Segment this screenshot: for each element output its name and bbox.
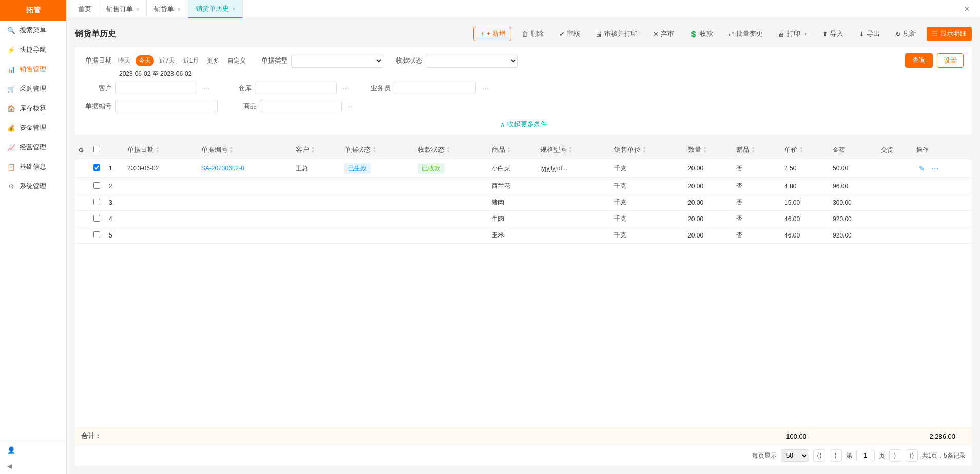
- cell-check-1[interactable]: [90, 178, 106, 194]
- th-doc-no[interactable]: 单据编号 ▲▼: [198, 141, 293, 159]
- edit-btn-0[interactable]: ✎: [916, 163, 928, 174]
- th-qty[interactable]: 数量 ▲▼: [685, 141, 733, 159]
- refresh-button[interactable]: ↻ 刷新: [890, 27, 921, 41]
- cell-check-2[interactable]: [90, 194, 106, 211]
- row-checkbox-2[interactable]: [93, 199, 100, 205]
- page-content: 销货单历史 ＋ + 新增 🗑 删除 ✔ 审核 🖨 审核并打印: [67, 18, 980, 474]
- docno-input[interactable]: [115, 100, 218, 112]
- sidebar-item-quick-nav[interactable]: ⚡ 快捷导航: [0, 40, 66, 60]
- row-checkbox-3[interactable]: [93, 215, 100, 222]
- table-wrapper[interactable]: ⚙ 单据日期 ▲▼: [75, 141, 972, 427]
- cell-check-3[interactable]: [90, 211, 106, 227]
- sidebar-item-finance-mgmt[interactable]: 💰 资金管理: [0, 118, 66, 137]
- sidebar-item-inventory-calc[interactable]: 🏠 库存核算: [0, 98, 66, 118]
- add-button[interactable]: ＋ + 新增: [473, 27, 511, 41]
- cell-goods-4: 玉米: [489, 227, 537, 244]
- salesperson-ellipsis-btn[interactable]: ···: [479, 83, 491, 93]
- page-input[interactable]: [856, 450, 875, 461]
- tab-sales-order-close[interactable]: ×: [136, 6, 139, 12]
- pay-status-select[interactable]: [426, 54, 518, 68]
- delete-button[interactable]: 🗑 删除: [516, 27, 549, 41]
- date-pill-today[interactable]: 今天: [136, 55, 154, 66]
- more-btn-0[interactable]: ⋯: [929, 163, 940, 174]
- table-gear-icon[interactable]: ⚙: [78, 146, 84, 154]
- tab-bar-close-btn[interactable]: ✕: [958, 5, 976, 13]
- cell-docno-0[interactable]: SA-20230602-0: [198, 159, 293, 178]
- salesperson-input[interactable]: [394, 82, 476, 94]
- footer-total-qty: 100.00: [771, 432, 812, 440]
- th-doc-status[interactable]: 单据状态 ▲▼: [341, 141, 415, 159]
- review-print-button[interactable]: 🖨 审核并打印: [590, 27, 643, 41]
- sidebar-item-basic-info[interactable]: 📋 基础信息: [0, 157, 66, 176]
- goods-input[interactable]: [260, 100, 342, 112]
- last-page-btn[interactable]: ⟩⟩: [906, 449, 918, 462]
- customer-ellipsis-btn[interactable]: ···: [200, 83, 213, 93]
- cell-check-0[interactable]: [90, 159, 106, 178]
- cell-docno-1[interactable]: [198, 178, 293, 194]
- tab-sales-history-close[interactable]: ×: [232, 6, 235, 12]
- row-checkbox-1[interactable]: [93, 182, 100, 189]
- date-pill-1month[interactable]: 近1月: [180, 55, 202, 66]
- cell-docno-4[interactable]: [198, 227, 293, 244]
- doc-type-select[interactable]: [291, 54, 383, 68]
- row-checkbox-4[interactable]: [93, 231, 100, 238]
- collapse-btn[interactable]: ∧ 收起更多条件: [83, 117, 964, 129]
- doc-status-badge-0: 已生效: [344, 163, 371, 174]
- sidebar-item-label-purchase-mgmt: 采购管理: [20, 84, 46, 93]
- th-customer[interactable]: 客户 ▲▼: [293, 141, 341, 159]
- date-pill-yesterday[interactable]: 昨天: [115, 55, 133, 66]
- customer-input[interactable]: [115, 82, 197, 94]
- abandon-button[interactable]: ✕ 弃审: [648, 27, 679, 41]
- filter-doc-type-item: 单据类型: [259, 54, 383, 68]
- cell-docno-2[interactable]: [198, 194, 293, 211]
- collect-button[interactable]: 💲 收款: [684, 27, 718, 41]
- warehouse-ellipsis-btn[interactable]: ···: [340, 83, 352, 93]
- date-pill-more[interactable]: 更多: [204, 55, 222, 66]
- print-button[interactable]: 🖨 打印 ▾: [773, 27, 812, 41]
- query-button[interactable]: 查询: [905, 53, 933, 68]
- import-button[interactable]: ⬆ 导入: [817, 27, 849, 41]
- th-gear[interactable]: ⚙: [75, 141, 90, 159]
- review-button[interactable]: ✔ 审核: [554, 27, 585, 41]
- batch-change-button[interactable]: ⇄ 批量变更: [723, 27, 768, 41]
- sidebar-item-ops-mgmt[interactable]: 📈 经营管理: [0, 137, 66, 157]
- cell-check-4[interactable]: [90, 227, 106, 244]
- page-size-select[interactable]: 50 100 200: [781, 449, 809, 462]
- sidebar-collapse-btn[interactable]: ◀: [0, 458, 66, 474]
- sidebar-item-search-menu[interactable]: 🔍 搜索菜单: [0, 21, 66, 40]
- cell-docstatus-1: [341, 178, 415, 194]
- table-header-row: ⚙ 单据日期 ▲▼: [75, 141, 972, 159]
- tab-sales-goods[interactable]: 销货单 ×: [147, 0, 188, 18]
- tab-sales-history[interactable]: 销货单历史 ×: [188, 0, 243, 18]
- export-button[interactable]: ⬇ 导出: [854, 27, 885, 41]
- sidebar-item-sales-mgmt[interactable]: 📊 销售管理: [0, 60, 66, 79]
- date-pill-custom[interactable]: 自定义: [224, 55, 249, 66]
- select-all-checkbox[interactable]: [93, 146, 100, 152]
- per-page-label: 每页显示: [752, 451, 777, 460]
- table-row: 2 西兰花 千克 20.00 否 4.80 96.00: [75, 178, 972, 194]
- sidebar-item-purchase-mgmt[interactable]: 🛒 采购管理: [0, 79, 66, 98]
- warehouse-input[interactable]: [255, 82, 337, 94]
- th-gift[interactable]: 赠品 ▲▼: [733, 141, 781, 159]
- prev-page-btn[interactable]: ⟨: [830, 449, 842, 462]
- th-price[interactable]: 单价 ▲▼: [781, 141, 830, 159]
- th-goods[interactable]: 商品 ▲▼: [489, 141, 537, 159]
- tab-home[interactable]: 首页: [71, 0, 99, 18]
- settings-button[interactable]: 设置: [937, 53, 964, 68]
- th-check[interactable]: [90, 141, 106, 159]
- goods-ellipsis-btn[interactable]: ···: [345, 101, 357, 111]
- date-pill-7days[interactable]: 近7天: [156, 55, 178, 66]
- row-checkbox-0[interactable]: [93, 164, 100, 171]
- sidebar-user-setting[interactable]: 👤: [0, 442, 66, 458]
- tab-sales-order[interactable]: 销售订单 ×: [99, 0, 147, 18]
- sidebar-item-sys-mgmt[interactable]: ⚙ 系统管理: [0, 176, 66, 196]
- th-date[interactable]: 单据日期 ▲▼: [124, 141, 198, 159]
- cell-docno-3[interactable]: [198, 211, 293, 227]
- th-unit[interactable]: 销售单位 ▲▼: [611, 141, 685, 159]
- show-detail-button[interactable]: ☰ 显示明细: [927, 27, 972, 41]
- tab-sales-goods-close[interactable]: ×: [177, 6, 180, 12]
- th-pay-status[interactable]: 收款状态 ▲▼: [415, 141, 489, 159]
- next-page-btn[interactable]: ⟩: [889, 449, 901, 462]
- first-page-btn[interactable]: ⟨⟨: [813, 449, 825, 462]
- th-spec[interactable]: 规格型号 ▲▼: [537, 141, 611, 159]
